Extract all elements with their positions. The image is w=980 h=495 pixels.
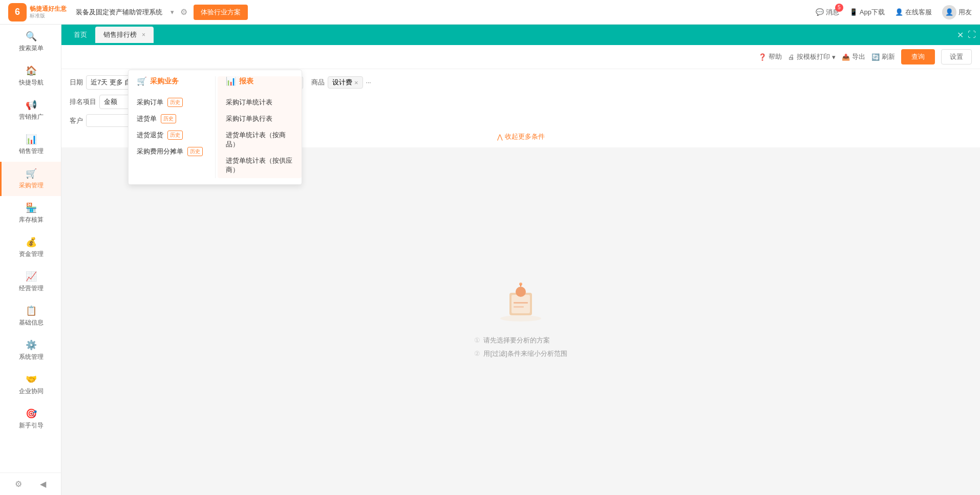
tab-bar-right: ✕ ⛶ bbox=[957, 30, 976, 40]
svg-point-3 bbox=[516, 287, 526, 297]
toolbar-row: ❓ 帮助 🖨 按模板打印 ▾ 📤 导出 🔄 刷新 查询 设置 bbox=[61, 45, 980, 69]
user-avatar: 👤 bbox=[942, 5, 956, 19]
svg-point-0 bbox=[500, 315, 541, 321]
print-action[interactable]: 🖨 按模板打印 ▾ bbox=[788, 52, 836, 61]
sidebar-label-guide: 新手引导 bbox=[19, 421, 44, 430]
receive-by-supplier-label: 进货单统计表（按供应商） bbox=[226, 156, 294, 175]
content-area: 首页 销售排行榜 × ✕ ⛶ ❓ 帮助 🖨 按模板打印 ▾ 📤 bbox=[61, 25, 980, 495]
online-service-action[interactable]: 👤 在线客服 bbox=[895, 8, 932, 17]
sidebar-item-basic[interactable]: 📋 基础信息 bbox=[0, 299, 61, 333]
system-icon: ⚙️ bbox=[26, 339, 37, 351]
purchase-icon: 🛒 bbox=[26, 168, 37, 179]
goods-tag-close-icon[interactable]: × bbox=[354, 79, 358, 87]
sidebar-item-finance[interactable]: 💰 资金管理 bbox=[0, 230, 61, 265]
tab-home-label: 首页 bbox=[74, 30, 87, 39]
purchase-return-history-badge: 历史 bbox=[167, 131, 183, 140]
sidebar-item-system[interactable]: ⚙️ 系统管理 bbox=[0, 333, 61, 368]
purchase-receive-history-badge: 历史 bbox=[161, 114, 176, 123]
user-area[interactable]: 👤 用友 bbox=[942, 5, 972, 19]
app-download-action[interactable]: 📱 App下载 bbox=[849, 8, 885, 17]
header-right: 💬 消息 5 📱 App下载 👤 在线客服 👤 用友 bbox=[816, 5, 972, 19]
logo-sub: 标准版 bbox=[30, 13, 67, 19]
sidebar-item-quick-nav[interactable]: 🏠 快捷导航 bbox=[0, 59, 61, 93]
goods-tag[interactable]: 设计费 × bbox=[328, 76, 363, 89]
dropdown-item-receive-by-goods[interactable]: 进货单统计表（按商品） bbox=[226, 127, 294, 153]
svg-rect-2 bbox=[512, 295, 530, 313]
sidebar-item-sales[interactable]: 📊 销售管理 bbox=[0, 127, 61, 162]
goods-label: 商品 bbox=[311, 78, 325, 87]
tab-sales-ranking[interactable]: 销售排行榜 × bbox=[95, 27, 154, 43]
column-divider bbox=[215, 76, 216, 178]
help-action[interactable]: ❓ 帮助 bbox=[758, 52, 782, 61]
dropdown-item-purchase-receive[interactable]: 进货单 历史 bbox=[137, 111, 205, 127]
finance-icon: 💰 bbox=[26, 236, 37, 248]
sidebar-collapse-icon[interactable]: ◀ bbox=[40, 479, 46, 489]
sidebar-item-guide[interactable]: 🎯 新手引导 bbox=[0, 402, 61, 436]
empty-state-area: ① 请先选择要分析的方案 ② 用[过滤]条件来缩小分析范围 bbox=[61, 147, 980, 495]
top-header: 6 畅捷通好生意 标准版 装备及固定资产辅助管理系统 ▾ ⚙ 体验行业方案 💬 … bbox=[0, 0, 980, 25]
system-title-dropdown[interactable]: ▾ bbox=[171, 8, 174, 16]
svg-rect-6 bbox=[514, 302, 528, 304]
svg-rect-7 bbox=[514, 306, 524, 308]
dropdown-item-purchase-return[interactable]: 进货退货 历史 bbox=[137, 127, 205, 143]
goods-more-icon[interactable]: ··· bbox=[366, 79, 371, 86]
purchase-expense-history-badge: 历史 bbox=[187, 147, 203, 156]
sidebar-item-marketing[interactable]: 📢 营销推广 bbox=[0, 93, 61, 127]
logo-area: 6 畅捷通好生意 标准版 bbox=[8, 3, 70, 21]
collapse-label: 收起更多条件 bbox=[505, 132, 545, 141]
sidebar: 🔍 搜索菜单 🏠 快捷导航 📢 营销推广 📊 销售管理 🛒 采购管理 🏪 库存核… bbox=[0, 25, 61, 495]
sidebar-settings-icon[interactable]: ⚙ bbox=[15, 479, 22, 489]
basic-icon: 📋 bbox=[26, 305, 37, 316]
print-label: 按模板打印 bbox=[797, 52, 830, 61]
trial-button[interactable]: 体验行业方案 bbox=[194, 5, 248, 20]
tab-fullscreen-icon[interactable]: ⛶ bbox=[968, 30, 976, 39]
sales-icon: 📊 bbox=[26, 134, 37, 145]
system-settings-icon[interactable]: ⚙ bbox=[180, 7, 187, 17]
refresh-action[interactable]: 🔄 刷新 bbox=[871, 52, 895, 61]
purchase-order-exec-label: 采购订单执行表 bbox=[226, 114, 272, 123]
sidebar-item-purchase[interactable]: 🛒 采购管理 bbox=[0, 162, 61, 196]
system-title: 装备及固定资产辅助管理系统 bbox=[76, 8, 162, 17]
guide-icon: 🎯 bbox=[26, 408, 37, 419]
empty-illustration bbox=[495, 283, 546, 324]
online-service-label: 在线客服 bbox=[905, 8, 932, 17]
operations-icon: 📈 bbox=[26, 271, 37, 282]
dropdown-item-purchase-order-exec[interactable]: 采购订单执行表 bbox=[226, 111, 294, 127]
tab-bar: 首页 销售排行榜 × ✕ ⛶ bbox=[61, 25, 980, 45]
sidebar-item-operations[interactable]: 📈 经营管理 bbox=[0, 265, 61, 299]
purchase-order-label: 采购订单 bbox=[137, 98, 163, 107]
settings-button[interactable]: 设置 bbox=[941, 49, 972, 64]
search-icon: 🔍 bbox=[26, 31, 37, 42]
logo-text: 畅捷通好生意 标准版 bbox=[30, 5, 67, 18]
dropdown-columns: 🛒 采购业务 采购订单 历史 进货单 历史 进货退货 历史 bbox=[129, 76, 302, 178]
tab-close-window-icon[interactable]: ✕ bbox=[957, 30, 964, 40]
print-icon: 🖨 bbox=[788, 53, 795, 61]
date-label: 日期 bbox=[70, 78, 83, 87]
dropdown-item-receive-by-supplier[interactable]: 进货单统计表（按供应商） bbox=[226, 153, 294, 178]
main-layout: 🔍 搜索菜单 🏠 快捷导航 📢 营销推广 📊 销售管理 🛒 采购管理 🏪 库存核… bbox=[0, 25, 980, 495]
dropdown-item-purchase-order[interactable]: 采购订单 历史 bbox=[137, 94, 205, 111]
export-action[interactable]: 📤 导出 bbox=[842, 52, 865, 61]
tab-home[interactable]: 首页 bbox=[66, 27, 95, 43]
dropdown-item-purchase-expense[interactable]: 采购费用分摊单 历史 bbox=[137, 143, 205, 160]
home-icon: 🏠 bbox=[26, 65, 37, 76]
sidebar-label-purchase: 采购管理 bbox=[19, 181, 44, 190]
tab-close-icon[interactable]: × bbox=[142, 31, 145, 38]
sidebar-item-search[interactable]: 🔍 搜索菜单 bbox=[0, 25, 61, 59]
purchase-col-icon: 🛒 bbox=[137, 76, 147, 86]
dropdown-item-purchase-order-summary[interactable]: 采购订单统计表 bbox=[226, 94, 294, 111]
notification-area[interactable]: 💬 消息 5 bbox=[816, 8, 839, 17]
sidebar-label-sales: 销售管理 bbox=[19, 147, 44, 156]
sidebar-item-inventory[interactable]: 🏪 库存核算 bbox=[0, 196, 61, 230]
sidebar-label-system: 系统管理 bbox=[19, 353, 44, 361]
export-icon: 📤 bbox=[842, 53, 850, 61]
purchase-col-title: 🛒 采购业务 bbox=[137, 76, 205, 89]
sidebar-label-search: 搜索菜单 bbox=[19, 44, 44, 53]
purchase-column: 🛒 采购业务 采购订单 历史 进货单 历史 进货退货 历史 bbox=[129, 76, 213, 178]
notification-badge: 5 bbox=[835, 4, 843, 12]
query-button[interactable]: 查询 bbox=[901, 49, 935, 64]
purchase-return-label: 进货退货 bbox=[137, 131, 163, 140]
sidebar-item-enterprise[interactable]: 🤝 企业协同 bbox=[0, 368, 61, 402]
inventory-icon: 🏪 bbox=[26, 202, 37, 213]
refresh-icon: 🔄 bbox=[871, 53, 880, 61]
